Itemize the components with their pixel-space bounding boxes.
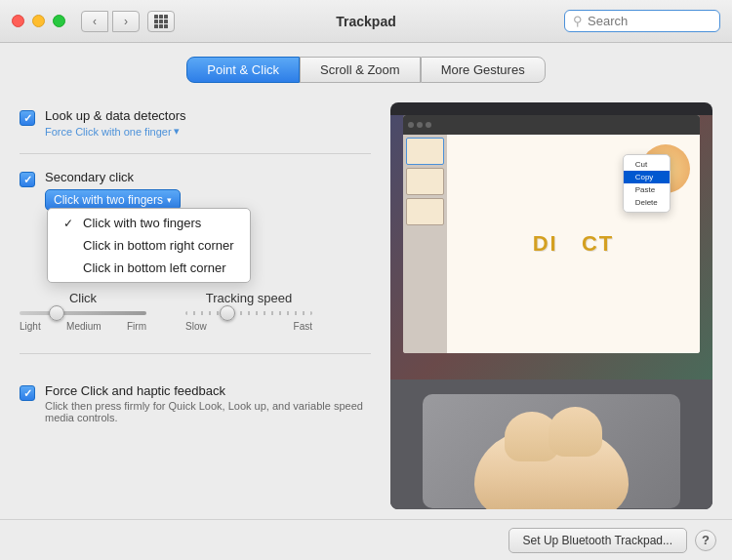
force-click-sublabel: Click then press firmly for Quick Look, … [45,400,371,423]
dropdown-arrow-icon: ▾ [167,195,172,205]
close-button[interactable] [12,15,24,27]
maximize-button[interactable] [53,15,65,27]
grid-icon [154,15,168,28]
trackpad-surface [423,394,680,508]
preview-menu-copy: Copy [624,171,670,183]
preview-app-window: DI CT Cut Copy Paste Delete [403,115,700,353]
titlebar: ‹ › Trackpad ⚲ [0,0,732,43]
setup-bluetooth-button[interactable]: Set Up Bluetooth Trackpad... [508,528,687,553]
checkmark-icon-2: ✓ [23,175,32,185]
preview-menu-delete: Delete [624,196,670,209]
secondary-click-label: Secondary click [45,170,181,184]
preview-screen: DI CT Cut Copy Paste Delete [390,115,712,380]
preview-tb-dot-2 [417,122,423,128]
preview-toolbar [403,115,700,135]
hand-visual [474,429,629,509]
search-box[interactable]: ⚲ [564,10,720,32]
tracking-slider-track[interactable] [185,311,312,315]
lookup-sublabel[interactable]: Force Click with one finger ▾ [45,125,186,138]
check-icon: ✓ [63,217,77,230]
preview-trackpad [390,380,712,509]
click-slider-labels: Light Medium Firm [20,321,146,332]
tab-scroll-zoom[interactable]: Scroll & Zoom [300,57,421,83]
force-click-label: Force Click and haptic feedback [45,383,371,398]
finger-2 [549,407,602,457]
divider-2 [20,353,371,354]
tab-point-click[interactable]: Point & Click [186,57,300,83]
slide-thumb-3 [406,198,444,225]
dropdown-selected-label: Click with two fingers [54,193,163,207]
lookup-checkbox-wrap: ✓ [20,110,35,126]
tracking-slider-labels: Slow Fast [185,321,312,332]
settings-left: ✓ Look up & data detectors Force Click w… [20,102,371,509]
main-panel: ✓ Look up & data detectors Force Click w… [0,93,732,519]
preview-tb-dot-1 [408,122,414,128]
lookup-row: ✓ Look up & data detectors Force Click w… [20,102,371,143]
nav-buttons: ‹ › [81,11,140,32]
checkmark-icon: ✓ [23,113,32,124]
lookup-text: Look up & data detectors Force Click wit… [45,108,186,138]
search-icon: ⚲ [573,14,583,28]
preview-tb-dot-3 [426,122,431,128]
minimize-button[interactable] [32,15,45,27]
tracking-slider-thumb[interactable] [220,305,235,321]
tabs-row: Point & Click Scroll & Zoom More Gesture… [0,43,732,93]
forward-button[interactable]: › [112,11,140,32]
click-slider-group: Click Light Medium Firm [20,291,146,332]
grid-view-button[interactable] [147,11,175,32]
click-slider-track[interactable] [20,311,146,315]
click-slider-label: Click [69,291,97,305]
force-click-checkbox[interactable]: ✓ [20,385,35,401]
dropdown-item-bottom-right[interactable]: Click in bottom right corner [48,234,250,257]
slide-thumb-2 [406,168,444,195]
secondary-click-checkbox-wrap: ✓ [20,172,35,187]
back-button[interactable]: ‹ [81,11,108,32]
force-click-row: ✓ Force Click and haptic feedback Click … [20,378,371,429]
checkmark-icon-3: ✓ [23,388,32,399]
preview-context-menu: Cut Copy Paste Delete [623,154,671,213]
lookup-checkbox[interactable]: ✓ [20,110,35,126]
chevron-down-icon: ▾ [174,125,180,138]
preview-menu-paste: Paste [624,183,670,196]
preview-main-slide: DI CT Cut Copy Paste Delete [447,135,700,353]
search-input[interactable] [588,14,712,28]
tab-more-gestures[interactable]: More Gestures [421,57,546,83]
tracking-slider-group: Tracking speed Slow Fast [185,291,312,332]
traffic-lights [12,15,65,27]
preview-sidebar [403,135,447,353]
content-area: Point & Click Scroll & Zoom More Gesture… [0,43,732,560]
slide-thumb-1 [406,138,444,165]
secondary-click-checkbox[interactable]: ✓ [20,172,35,187]
tracking-slider-label: Tracking speed [206,291,292,305]
lookup-label: Look up & data detectors [45,108,186,123]
click-slider-thumb[interactable] [49,305,64,321]
dropdown-item-bottom-left[interactable]: Click in bottom left corner [48,257,250,279]
secondary-click-text: Secondary click Click with two fingers ▾ [45,170,181,211]
window-title: Trackpad [336,14,395,29]
preview-slide-text: DI CT [533,231,615,257]
preview-panel: DI CT Cut Copy Paste Delete [390,102,712,509]
preview-content: DI CT Cut Copy Paste Delete [403,135,700,353]
help-button[interactable]: ? [695,530,716,551]
bottom-bar: Set Up Bluetooth Trackpad... ? [0,519,732,560]
force-click-checkbox-wrap: ✓ [20,385,35,401]
preview-menu-cut: Cut [624,158,670,171]
sliders-section: Click Light Medium Firm Tracking speed [20,283,371,336]
divider-1 [20,153,371,154]
force-click-text: Force Click and haptic feedback Click th… [45,383,371,423]
dropdown-menu: ✓ Click with two fingers Click in bottom… [47,208,251,283]
dropdown-item-two-fingers[interactable]: ✓ Click with two fingers [48,212,250,234]
